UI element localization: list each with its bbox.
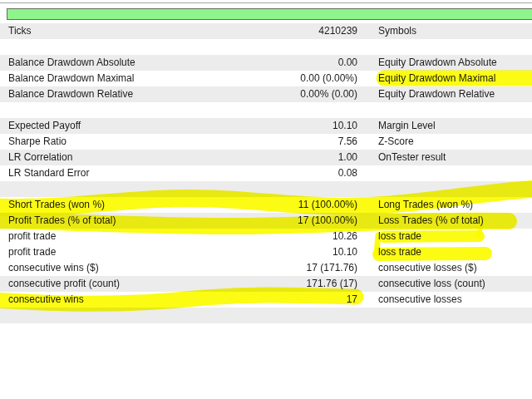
metric-label: Short Trades (won %) — [8, 197, 105, 213]
table-row[interactable]: profit trade10.26loss trade — [0, 229, 532, 244]
metric-label: Ticks — [8, 23, 32, 39]
metric-label-right: consecutive losses — [378, 292, 462, 308]
metric-label-right: Equity Drawdown Relative — [378, 86, 495, 102]
metric-label-right: Z-Score — [378, 134, 414, 150]
strategy-tester-report: { "window": { "progress_bar_color": "#90… — [0, 0, 532, 399]
metric-label-right: loss trade — [378, 229, 421, 244]
table-row[interactable]: profit trade10.10loss trade — [0, 244, 532, 260]
metric-label: profit trade — [8, 229, 56, 244]
metric-label: consecutive wins — [8, 292, 84, 308]
metric-label: consecutive wins ($) — [8, 260, 99, 276]
metric-label: Balance Drawdown Relative — [8, 86, 133, 102]
metric-label-right: consecutive losses ($) — [378, 260, 477, 276]
table-row[interactable]: LR Correlation1.00OnTester result — [0, 150, 532, 165]
metric-label-right: consecutive loss (count) — [378, 276, 485, 292]
metric-label: Expected Payoff — [8, 118, 81, 134]
metric-value: 17 — [150, 292, 357, 308]
metric-label-right: Equity Drawdown Maximal — [378, 71, 495, 86]
metric-value: 17 (100.00%) — [150, 213, 357, 229]
table-row[interactable]: Balance Drawdown Relative0.00% (0.00)Equ… — [0, 86, 532, 102]
metric-label-right: Loss Trades (% of total) — [378, 213, 484, 229]
metric-value: 0.00 — [150, 55, 357, 71]
table-row[interactable]: Short Trades (won %)11 (100.00%)Long Tra… — [0, 197, 532, 213]
metric-value: 10.26 — [150, 229, 357, 244]
table-row[interactable]: Profit Trades (% of total)17 (100.00%)Lo… — [0, 213, 532, 229]
metric-value: 10.10 — [150, 118, 357, 134]
metric-label-right: OnTester result — [378, 150, 446, 165]
metric-label-right: Equity Drawdown Absolute — [378, 55, 497, 71]
metric-value: 0.08 — [150, 165, 357, 181]
metric-label-right: Symbols — [378, 23, 416, 39]
metric-value: 7.56 — [150, 134, 357, 150]
table-row[interactable]: Balance Drawdown Maximal0.00 (0.00%)Equi… — [0, 71, 532, 86]
metric-label: Balance Drawdown Absolute — [8, 55, 135, 71]
table-row[interactable]: consecutive wins ($)17 (171.76)consecuti… — [0, 260, 532, 276]
metric-label: consecutive profit (count) — [8, 276, 120, 292]
table-row[interactable]: Ticks4210239Symbols — [0, 23, 532, 39]
metric-value: 0.00% (0.00) — [150, 86, 357, 102]
metric-label-right: Long Trades (won %) — [378, 197, 473, 213]
metric-label-right: loss trade — [378, 244, 421, 260]
progress-bar — [7, 8, 532, 20]
metric-value: 17 (171.76) — [150, 260, 357, 276]
report-table: Ticks4210239SymbolsBalance Drawdown Abso… — [0, 23, 532, 323]
metric-label: Sharpe Ratio — [8, 134, 66, 150]
metric-value: 4210239 — [150, 23, 357, 39]
table-row[interactable]: Balance Drawdown Absolute0.00Equity Draw… — [0, 55, 532, 71]
table-row[interactable]: Sharpe Ratio7.56Z-Score — [0, 134, 532, 150]
table-row[interactable]: consecutive wins17consecutive losses — [0, 292, 532, 308]
metric-value: 11 (100.00%) — [150, 197, 357, 213]
table-row[interactable]: Expected Payoff10.10Margin Level — [0, 118, 532, 134]
metric-value: 10.10 — [150, 244, 357, 260]
metric-label: LR Standard Error — [8, 165, 89, 181]
table-row[interactable]: LR Standard Error0.08 — [0, 165, 532, 181]
metric-label-right: Margin Level — [378, 118, 436, 134]
table-row[interactable] — [0, 39, 532, 55]
window-top-border — [0, 2, 532, 3]
metric-label: profit trade — [8, 244, 56, 260]
table-row[interactable]: consecutive profit (count)171.76 (17)con… — [0, 276, 532, 292]
metric-label: LR Correlation — [8, 150, 72, 165]
metric-value: 171.76 (17) — [150, 276, 357, 292]
metric-value: 1.00 — [150, 150, 357, 165]
metric-label: Balance Drawdown Maximal — [8, 71, 134, 86]
metric-label: Profit Trades (% of total) — [8, 213, 116, 229]
metric-value: 0.00 (0.00%) — [150, 71, 357, 86]
table-row[interactable] — [0, 102, 532, 118]
table-row[interactable] — [0, 181, 532, 197]
table-row[interactable] — [0, 308, 532, 323]
